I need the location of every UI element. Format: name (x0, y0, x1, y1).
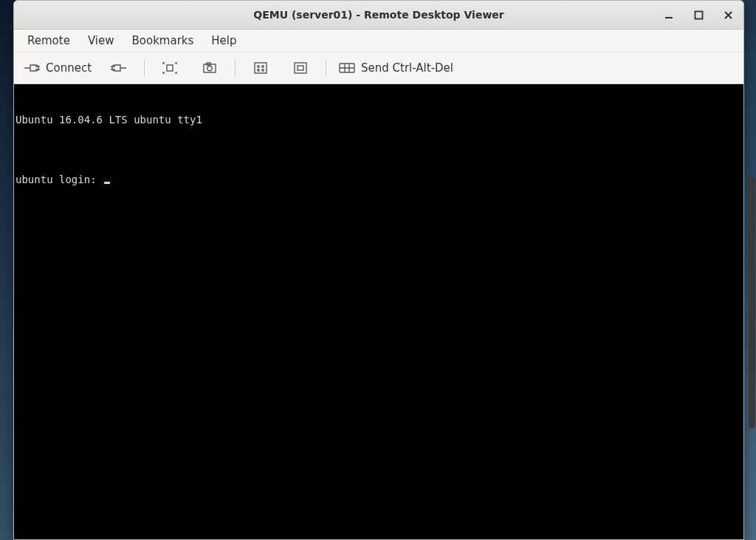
toolbar: Connect (14, 52, 743, 84)
connect-button[interactable]: Connect (17, 55, 98, 81)
page-scrollbar[interactable] (747, 81, 756, 534)
terminal-cursor (104, 182, 110, 184)
svg-point-16 (262, 69, 264, 71)
fullscreen-icon (162, 61, 177, 75)
maximize-icon (694, 10, 704, 20)
plug-left-icon (111, 61, 127, 75)
minimize-button[interactable] (659, 5, 678, 24)
login-prompt: ubuntu login: (16, 174, 103, 185)
svg-rect-18 (298, 66, 303, 70)
send-cad-label: Send Ctrl-Alt-Del (361, 61, 453, 75)
svg-point-13 (258, 66, 259, 67)
keyboard-icon (339, 61, 355, 75)
connect-button-label: Connect (46, 61, 92, 75)
send-ctrl-alt-del-button[interactable]: Send Ctrl-Alt-Del (332, 55, 460, 81)
app-window: QEMU (server01) - Remote Desktop Viewer (13, 0, 744, 540)
menu-remote[interactable]: Remote (18, 30, 79, 51)
toolbar-separator (235, 58, 236, 78)
menu-help[interactable]: Help (202, 30, 245, 51)
disconnect-button[interactable] (100, 55, 138, 81)
window-title: QEMU (server01) - Remote Desktop Viewer (253, 9, 504, 21)
menu-bookmarks[interactable]: Bookmarks (123, 30, 203, 51)
plug-right-icon (24, 61, 40, 75)
svg-rect-12 (255, 63, 267, 73)
terminal-line: ubuntu login: (16, 172, 742, 187)
minimize-icon (664, 10, 674, 20)
svg-point-10 (207, 66, 212, 70)
screenshot-button[interactable] (190, 55, 229, 81)
menubar: Remote View Bookmarks Help (14, 30, 743, 52)
window-controls (659, 1, 738, 29)
svg-point-14 (262, 66, 264, 67)
terminal-line (16, 143, 742, 157)
camera-icon (202, 61, 217, 75)
scrollbar-thumb[interactable] (749, 177, 755, 428)
close-button[interactable] (718, 5, 738, 24)
fullscreen-button[interactable] (151, 55, 189, 81)
maximize-button[interactable] (689, 5, 708, 24)
svg-rect-17 (295, 63, 306, 73)
svg-rect-1 (695, 11, 702, 18)
best-fit-button[interactable] (241, 55, 280, 81)
original-size-button[interactable] (281, 55, 320, 81)
toolbar-separator (144, 58, 145, 78)
toolbar-separator (326, 58, 326, 78)
svg-rect-8 (167, 65, 173, 71)
best-fit-icon (253, 61, 268, 75)
terminal[interactable]: Ubuntu 16.04.6 LTS ubuntu tty1 ubuntu lo… (14, 84, 743, 539)
terminal-line: Ubuntu 16.04.6 LTS ubuntu tty1 (16, 112, 742, 127)
titlebar: QEMU (server01) - Remote Desktop Viewer (14, 1, 743, 30)
menu-view[interactable]: View (79, 30, 123, 51)
original-size-icon (293, 61, 308, 75)
close-icon (724, 10, 733, 20)
remote-view[interactable]: Ubuntu 16.04.6 LTS ubuntu tty1 ubuntu lo… (14, 84, 743, 539)
svg-point-15 (258, 69, 259, 71)
